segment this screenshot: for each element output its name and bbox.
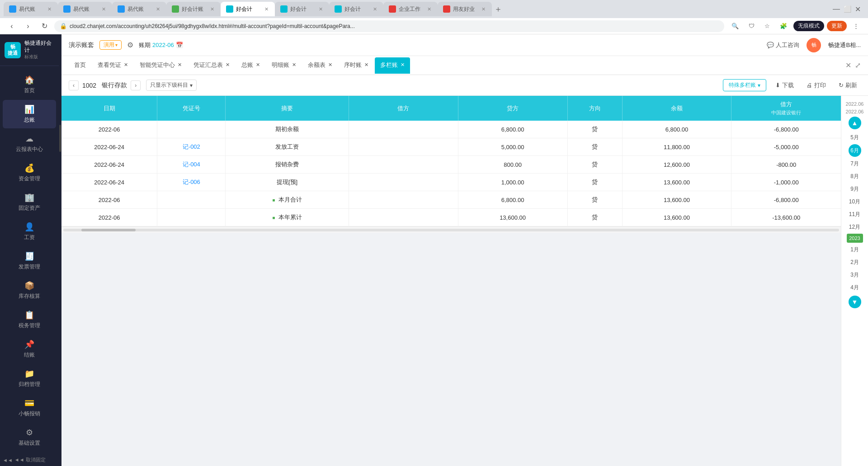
sidebar-item-inventory[interactable]: 📦 库存核算 [3, 276, 56, 305]
page-tab-multicolumn[interactable]: 多栏账 ✕ [375, 57, 410, 74]
tab-7-close[interactable]: ✕ [372, 5, 378, 13]
topbar-settings-icon[interactable]: ⚙ [127, 41, 133, 49]
print-button[interactable]: 🖨 打印 [803, 80, 830, 91]
tab-5[interactable]: 好会计 ✕ [221, 2, 275, 16]
calendar-icon[interactable]: 📅 [176, 42, 183, 48]
sidebar-item-home[interactable]: 🏠 首页 [3, 71, 56, 99]
tab-9-close[interactable]: ✕ [481, 5, 486, 13]
month-item-feb[interactable]: 2月 [844, 256, 865, 268]
special-ledger-button[interactable]: 特殊多栏账 ▾ [723, 79, 766, 91]
page-tab-general[interactable]: 总账 ✕ [236, 57, 265, 74]
tab-9[interactable]: 用友好业 ✕ [438, 2, 492, 16]
tab-7[interactable]: 好会计 ✕ [329, 2, 383, 16]
address-bar[interactable]: 🔒 cloud2.chanjet.com/accounting/uh26t264… [54, 20, 724, 32]
user-avatar[interactable]: 畅 [807, 38, 821, 52]
voucher-link-3[interactable]: 记-004 [183, 161, 200, 168]
horizontal-scrollbar[interactable] [61, 226, 841, 233]
menu-icon[interactable]: ⋮ [849, 21, 863, 31]
tab-4-close[interactable]: ✕ [209, 5, 215, 13]
sidebar-item-close-account[interactable]: 📌 结账 [3, 335, 56, 363]
stealth-mode-badge[interactable]: 无痕模式 [793, 21, 824, 31]
month-item-apr[interactable]: 4月 [844, 282, 865, 293]
page-tab-detail[interactable]: 明细账 ✕ [266, 57, 302, 74]
page-tab-general-close[interactable]: ✕ [256, 62, 260, 68]
collapse-icon[interactable]: ✕ [845, 61, 851, 70]
forward-button[interactable]: › [22, 20, 34, 33]
page-tab-voucher-close[interactable]: ✕ [124, 62, 128, 68]
month-item-11[interactable]: 11月 [844, 208, 865, 220]
add-tab-button[interactable]: ＋ [492, 3, 505, 15]
month-item-6[interactable]: 6月 [849, 144, 861, 157]
month-item-10[interactable]: 10月 [844, 196, 865, 207]
sidebar-item-assets[interactable]: 🏢 固定资产 [3, 188, 56, 217]
scroll-down-button[interactable]: ▼ [849, 296, 861, 308]
sidebar-item-fund[interactable]: 💰 资金管理 [3, 159, 56, 187]
tab-8[interactable]: 企业工作 ✕ [383, 2, 438, 16]
tab-6-close[interactable]: ✕ [318, 5, 324, 13]
next-account-button[interactable]: › [131, 80, 141, 90]
back-button[interactable]: ‹ [5, 20, 18, 33]
tab-1[interactable]: 易代账 ✕ [4, 2, 58, 16]
maximize-icon[interactable]: ⬜ [844, 5, 851, 13]
td-voucher-2[interactable]: 记-002 [157, 138, 226, 156]
month-item-7[interactable]: 7月 [844, 158, 865, 169]
filter-dropdown[interactable]: 只显示下级科目 ▾ [146, 80, 197, 91]
tab-5-close[interactable]: ✕ [264, 5, 269, 13]
month-item-mar[interactable]: 3月 [844, 269, 865, 281]
close-icon[interactable]: ✕ [855, 5, 861, 14]
bookmark-icon[interactable]: ☆ [761, 21, 774, 31]
search-icon[interactable]: 🔍 [728, 21, 742, 31]
tab-6[interactable]: 好会计 ✕ [275, 2, 329, 16]
minimize-icon[interactable]: — [833, 5, 840, 13]
voucher-link-2[interactable]: 记-002 [183, 143, 200, 150]
sidebar-item-archive[interactable]: 📁 归档管理 [3, 364, 56, 393]
page-tab-smart-close[interactable]: ✕ [178, 62, 182, 68]
shield-icon[interactable]: 🛡 [745, 21, 758, 31]
demo-badge[interactable]: 演用 ▾ [99, 40, 122, 50]
page-tab-balance-close[interactable]: ✕ [328, 62, 332, 68]
page-tab-balance[interactable]: 余额表 ✕ [302, 57, 338, 74]
sidebar-item-expense[interactable]: 💳 小畅报销 [3, 394, 56, 422]
tab-4[interactable]: 好会计账 ✕ [166, 2, 221, 16]
tab-8-close[interactable]: ✕ [426, 5, 432, 13]
page-tab-detail-close[interactable]: ✕ [292, 62, 296, 68]
prev-account-button[interactable]: ‹ [69, 80, 79, 90]
td-date-4: 2022-06-24 [61, 174, 157, 191]
page-tab-sequence-close[interactable]: ✕ [364, 62, 368, 68]
page-tab-voucher[interactable]: 查看凭证 ✕ [92, 57, 133, 74]
download-button[interactable]: ⬇ 下载 [772, 80, 797, 91]
tab-1-close[interactable]: ✕ [47, 5, 52, 13]
update-button[interactable]: 更新 [827, 21, 847, 31]
refresh-button[interactable]: ↻ 刷新 [835, 80, 861, 91]
page-tab-sequence[interactable]: 序时账 ✕ [339, 57, 374, 74]
tab-3-close[interactable]: ✕ [155, 5, 161, 13]
sidebar-item-tax[interactable]: 📋 税务管理 [3, 306, 56, 334]
month-item-12[interactable]: 12月 [844, 221, 865, 233]
sidebar-item-settings[interactable]: ⚙ 基础设置 [3, 423, 56, 452]
consult-button[interactable]: 💬 人工咨询 [767, 41, 799, 49]
tab-2[interactable]: 易代账 ✕ [58, 2, 112, 16]
expand-icon[interactable]: ⤢ [855, 61, 861, 70]
page-tab-summary[interactable]: 凭证汇总表 ✕ [188, 57, 235, 74]
tab-2-close[interactable]: ✕ [101, 5, 107, 13]
refresh-button[interactable]: ↻ [38, 20, 51, 33]
sidebar-item-invoice[interactable]: 🧾 发票管理 [3, 247, 56, 275]
scroll-up-button[interactable]: ▲ [849, 117, 861, 129]
month-item-jan[interactable]: 1月 [844, 244, 865, 255]
td-voucher-4[interactable]: 记-006 [157, 174, 226, 191]
month-item-8[interactable]: 8月 [844, 170, 865, 182]
extensions-icon[interactable]: 🧩 [776, 21, 791, 31]
page-tab-smart[interactable]: 智能凭证中心 ✕ [134, 57, 187, 74]
month-item-5[interactable]: 5月 [844, 132, 865, 143]
sidebar-pin-button[interactable]: ◄◄ ◄◄ 取消固定 [0, 454, 59, 466]
sidebar-item-payroll[interactable]: 👤 工资 [3, 217, 56, 246]
sidebar-item-cloud[interactable]: ☁ 云报表中心 [3, 129, 56, 158]
voucher-link-4[interactable]: 记-006 [183, 179, 200, 185]
td-voucher-3[interactable]: 记-004 [157, 156, 226, 174]
sidebar-item-ledger[interactable]: 📊 总账 [3, 100, 56, 128]
page-tab-home[interactable]: 首页 [69, 57, 91, 74]
month-item-9[interactable]: 9月 [844, 183, 865, 195]
page-tab-summary-close[interactable]: ✕ [226, 62, 230, 68]
page-tab-multicolumn-close[interactable]: ✕ [401, 62, 405, 68]
tab-3[interactable]: 易代账 ✕ [112, 2, 166, 16]
